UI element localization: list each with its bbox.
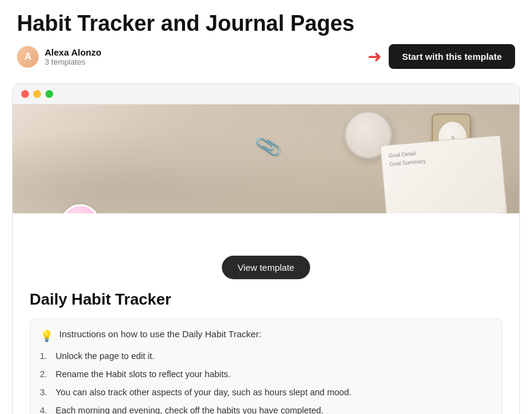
window-minimize-dot: [33, 90, 41, 98]
instructions-title: Instructions on how to use the Daily Hab…: [59, 329, 261, 339]
window-bar: [13, 84, 519, 105]
page-header: Habit Tracker and Journal Pages A Alexa …: [0, 0, 532, 75]
window-close-dot: [21, 90, 29, 98]
instructions-list: 1.Unlock the page to edit it.2.Rename th…: [40, 350, 490, 414]
author-row: A Alexa Alonzo 3 templates ➜ Start with …: [17, 44, 515, 69]
author-details: Alexa Alonzo 3 templates: [45, 47, 102, 66]
instructions-header-row: 💡 Instructions on how to use the Daily H…: [40, 329, 490, 343]
list-item: 3.You can also track other aspects of yo…: [40, 386, 490, 399]
tablet-text: Goal Detail Goal Summary: [389, 144, 495, 167]
preview-window: ⊙ 📎 Goal Detail Goal Summary ❤️ 🍎 🏋️ Vie…: [12, 83, 520, 414]
banner-tablet: Goal Detail Goal Summary: [380, 135, 507, 214]
arrow-icon: ➜: [368, 48, 381, 65]
list-item: 1.Unlock the page to edit it.: [40, 350, 490, 363]
instructions-box: 💡 Instructions on how to use the Daily H…: [30, 319, 502, 414]
cta-wrapper: ➜ Start with this template: [368, 44, 515, 69]
view-template-button[interactable]: View template: [222, 256, 310, 279]
author-name: Alexa Alonzo: [45, 47, 102, 57]
avatar: A: [17, 46, 39, 68]
author-templates: 3 templates: [45, 57, 102, 66]
start-template-button[interactable]: Start with this template: [389, 44, 515, 69]
lightbulb-icon: 💡: [40, 329, 53, 343]
section-title: Daily Habit Tracker: [30, 290, 502, 309]
page-title: Habit Tracker and Journal Pages: [17, 11, 515, 36]
window-maximize-dot: [45, 90, 53, 98]
author-info: A Alexa Alonzo 3 templates: [17, 46, 102, 68]
list-item: 2.Rename the Habit slots to reflect your…: [40, 368, 490, 381]
banner-area: ⊙ 📎 Goal Detail Goal Summary ❤️ 🍎 🏋️: [13, 105, 519, 213]
view-template-wrapper: View template: [30, 256, 502, 279]
list-item: 4.Each morning and evening, check off th…: [40, 404, 490, 414]
content-area: View template Daily Habit Tracker 💡 Inst…: [13, 213, 519, 414]
